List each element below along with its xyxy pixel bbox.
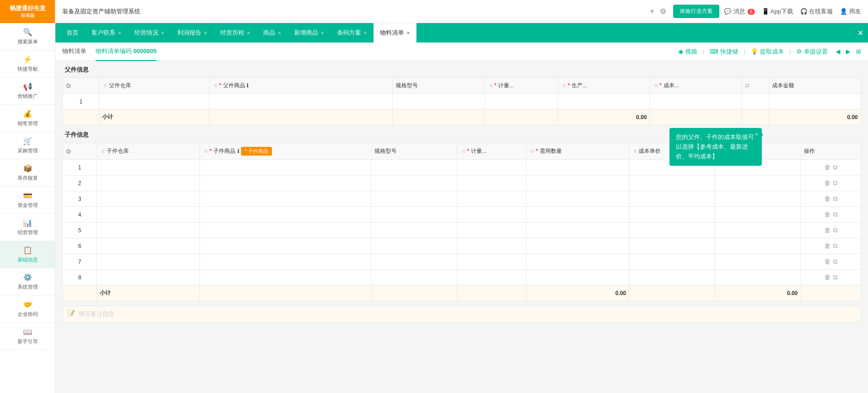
sidebar-item-inventory[interactable]: 📦 库存核算 bbox=[0, 159, 55, 187]
notes-placeholder[interactable]: 填写备注信息 bbox=[78, 310, 115, 318]
child-row-8-warehouse[interactable] bbox=[97, 270, 200, 285]
delete-icon-1[interactable]: 🗑 bbox=[824, 163, 831, 171]
tooltip-close-btn[interactable]: × bbox=[755, 130, 758, 139]
parent-row-1-unit[interactable] bbox=[485, 94, 558, 109]
child-row-2-product[interactable] bbox=[200, 175, 372, 191]
child-row-8-product[interactable] bbox=[200, 270, 372, 285]
nav-tab-商品[interactable]: 商品✕ bbox=[257, 23, 288, 42]
child-row-2-warehouse[interactable] bbox=[97, 175, 200, 191]
child-row-2-qty[interactable] bbox=[526, 175, 629, 191]
child-row-1-spec[interactable] bbox=[372, 160, 458, 175]
sidebar-item-sales[interactable]: 💰 销售管理 bbox=[0, 105, 55, 132]
delete-icon-7[interactable]: 🗑 bbox=[824, 258, 831, 266]
parent-row-1-spec[interactable] bbox=[393, 94, 485, 109]
parent-th-produce[interactable]: ⇅ * 生产... bbox=[558, 78, 650, 94]
trial-btn[interactable]: 体验行业方案 bbox=[673, 5, 719, 18]
copy-icon-3[interactable]: ⧉ bbox=[833, 195, 838, 203]
sub-tab-code[interactable]: 物料清单编码 0000005 bbox=[96, 42, 157, 61]
child-row-3-product[interactable] bbox=[200, 191, 372, 207]
delete-icon-4[interactable]: 🗑 bbox=[824, 211, 831, 218]
copy-icon-6[interactable]: ⧉ bbox=[833, 242, 838, 250]
user-avatar[interactable]: 👤 用友 bbox=[840, 7, 861, 16]
child-row-8-spec[interactable] bbox=[372, 270, 458, 285]
sidebar-item-basic[interactable]: 📋 基础信息 bbox=[0, 241, 55, 268]
child-row-5-qty[interactable] bbox=[526, 223, 629, 238]
nav-tab-close[interactable]: ✕ bbox=[161, 30, 164, 36]
child-th-settings[interactable]: ⚙ bbox=[63, 143, 97, 160]
copy-icon-1[interactable]: ⧉ bbox=[833, 163, 838, 171]
sidebar-item-guide[interactable]: 📖 新手引导 bbox=[0, 323, 55, 350]
sidebar-item-ops[interactable]: 📊 经营管理 bbox=[0, 214, 55, 241]
child-row-1-unit[interactable] bbox=[458, 160, 526, 175]
single-setting-action[interactable]: ⚙ 单据设置 bbox=[796, 48, 828, 56]
parent-th-settings[interactable]: ⚙ bbox=[63, 78, 99, 94]
child-th-warehouse[interactable]: ⇅ 子件仓库 bbox=[97, 143, 200, 160]
child-row-7-warehouse[interactable] bbox=[97, 254, 200, 270]
child-row-8-unit[interactable] bbox=[458, 270, 526, 285]
delete-icon-8[interactable]: 🗑 bbox=[824, 273, 831, 281]
parent-th-unit[interactable]: ⇅ * 计量... bbox=[485, 78, 558, 94]
child-row-3-warehouse[interactable] bbox=[97, 191, 200, 207]
delete-icon-3[interactable]: 🗑 bbox=[824, 195, 831, 203]
child-row-6-unit[interactable] bbox=[458, 238, 526, 254]
delete-icon-2[interactable]: 🗑 bbox=[824, 179, 831, 187]
child-row-7-qty[interactable] bbox=[526, 254, 629, 270]
scan-btn[interactable]: * 子件商品 bbox=[241, 147, 272, 156]
app-download[interactable]: 📱 App下载 bbox=[762, 7, 793, 16]
child-row-3-qty[interactable] bbox=[526, 191, 629, 207]
child-row-3-spec[interactable] bbox=[372, 191, 458, 207]
nav-tab-条码方案[interactable]: 条码方案✕ bbox=[331, 23, 374, 42]
nav-tab-close[interactable]: ✕ bbox=[247, 30, 250, 36]
online-service[interactable]: 🎧 在线客服 bbox=[800, 7, 833, 16]
child-row-6-warehouse[interactable] bbox=[97, 238, 200, 254]
child-row-3-unit-price[interactable] bbox=[629, 191, 715, 207]
parent-th-spec[interactable]: 规格型号 bbox=[393, 78, 485, 94]
parent-row-1-cost[interactable] bbox=[650, 94, 741, 109]
parent-row-1-product[interactable] bbox=[209, 94, 392, 109]
child-row-1-warehouse[interactable] bbox=[97, 160, 200, 175]
shortcut-action[interactable]: ⌨ 快捷键 bbox=[710, 48, 738, 56]
child-row-3-unit[interactable] bbox=[458, 191, 526, 207]
nav-tab-close[interactable]: ✕ bbox=[320, 30, 324, 36]
nav-tab-利润报告[interactable]: 利润报告✕ bbox=[171, 23, 214, 42]
child-row-2-spec[interactable] bbox=[372, 175, 458, 191]
child-row-6-unit-price[interactable] bbox=[629, 238, 715, 254]
sidebar-item-collab[interactable]: 🤝 企业协同 bbox=[0, 296, 55, 323]
child-row-4-product[interactable] bbox=[200, 207, 372, 223]
nav-prev[interactable]: ◀ bbox=[836, 48, 840, 55]
child-row-1-product[interactable] bbox=[200, 160, 372, 175]
child-row-8-unit-price[interactable] bbox=[629, 270, 715, 285]
copy-icon-2[interactable]: ⧉ bbox=[833, 179, 838, 187]
nav-tab-首页[interactable]: 首页 bbox=[60, 23, 85, 42]
copy-icon-4[interactable]: ⧉ bbox=[833, 211, 838, 218]
child-row-4-spec[interactable] bbox=[372, 207, 458, 223]
message-action[interactable]: 💬 消息 6 bbox=[724, 7, 755, 16]
child-row-5-unit-price[interactable] bbox=[629, 223, 715, 238]
parent-th-product[interactable]: ⇅ * 父件商品 ℹ bbox=[209, 78, 392, 94]
child-row-1-qty[interactable] bbox=[526, 160, 629, 175]
child-row-7-unit[interactable] bbox=[458, 254, 526, 270]
child-th-qty[interactable]: ⇅ * 需用数量 bbox=[526, 143, 629, 160]
child-row-4-qty[interactable] bbox=[526, 207, 629, 223]
nav-tab-close[interactable]: ✕ bbox=[363, 30, 367, 36]
child-row-7-spec[interactable] bbox=[372, 254, 458, 270]
nav-tab-close[interactable]: ✕ bbox=[118, 30, 121, 36]
nav-tab-经营历程[interactable]: 经营历程✕ bbox=[214, 23, 257, 42]
sidebar-item-purchase[interactable]: 🛒 采购管理 bbox=[0, 132, 55, 159]
child-row-8-qty[interactable] bbox=[526, 270, 629, 285]
copy-icon-8[interactable]: ⧉ bbox=[833, 273, 838, 281]
topbar-arrow-down[interactable]: ▼ bbox=[649, 8, 655, 15]
child-row-7-product[interactable] bbox=[200, 254, 372, 270]
child-row-4-unit-price[interactable] bbox=[629, 207, 715, 223]
gear-icon[interactable]: ⚙ bbox=[660, 7, 666, 16]
child-row-4-unit[interactable] bbox=[458, 207, 526, 223]
sidebar-item-finance[interactable]: 💳 资金管理 bbox=[0, 187, 55, 214]
child-row-7-unit-price[interactable] bbox=[629, 254, 715, 270]
grid-view[interactable]: ⊞ bbox=[856, 48, 861, 55]
copy-icon-7[interactable]: ⧉ bbox=[833, 258, 838, 266]
nav-tab-新增商品[interactable]: 新增商品✕ bbox=[288, 23, 331, 42]
parent-row-1-produce[interactable] bbox=[558, 94, 650, 109]
child-row-6-qty[interactable] bbox=[526, 238, 629, 254]
child-th-spec[interactable]: 规格型号 bbox=[372, 143, 458, 160]
nav-next[interactable]: ▶ bbox=[846, 48, 850, 55]
